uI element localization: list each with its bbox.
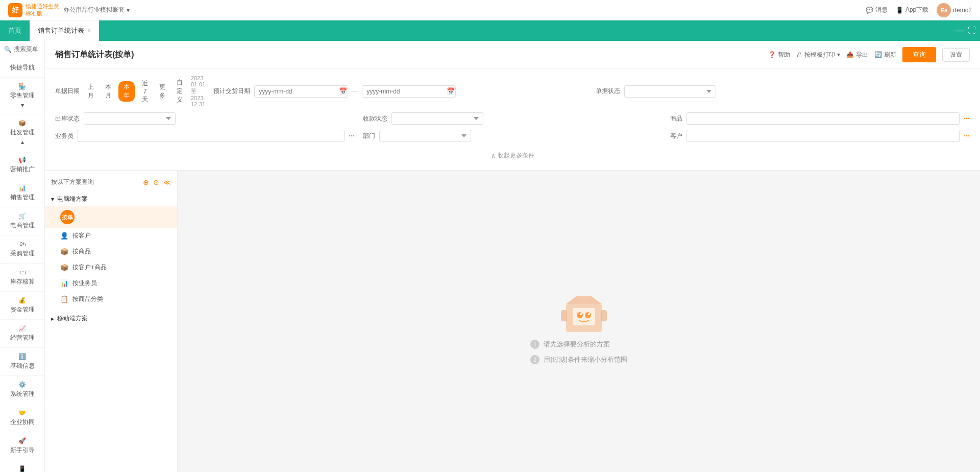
refresh-scheme-icon[interactable]: ⊙ xyxy=(153,178,159,186)
sidebar-item-operation[interactable]: 📈 经营管理 xyxy=(0,320,44,348)
sidebar-item-enterprise[interactable]: 🤝 企业协同 xyxy=(0,404,44,432)
order-status-select[interactable] xyxy=(624,85,716,98)
filter-item-receipt-status: 收款状态 xyxy=(363,112,663,125)
svg-point-4 xyxy=(580,313,582,315)
enterprise-icon: 🤝 xyxy=(18,409,26,416)
expected-date-end-input[interactable] xyxy=(362,85,456,98)
goods-input[interactable] xyxy=(687,112,960,125)
sidebar-search[interactable]: 🔍 搜索菜单 xyxy=(0,41,44,58)
this-month-btn[interactable]: 本月 xyxy=(101,81,115,102)
filter-item-date: 单据日期 上月 本月 本年 近7天 更多 自定义 2023-01-01 至 20… xyxy=(55,75,205,107)
last-month-btn[interactable]: 上月 xyxy=(84,81,98,102)
more-btn[interactable]: 更多 xyxy=(155,81,169,102)
tab-expand-icon[interactable]: ⛶ xyxy=(968,26,976,35)
sidebar-item-inventory[interactable]: 🗃 库存核算 xyxy=(0,264,44,292)
filter-row-1: 单据日期 上月 本月 本年 近7天 更多 自定义 2023-01-01 至 20… xyxy=(55,75,970,107)
scheme-item-bysalesperson[interactable]: 📊 按业务员 xyxy=(45,275,177,291)
breadcrumb-dropdown-icon[interactable]: ▾ xyxy=(127,7,130,14)
basic-icon: ℹ️ xyxy=(18,353,26,360)
top-bar-left: 好 畅捷通好生意 标准版 办公用品行业模拟账套 ▾ xyxy=(8,3,130,17)
print-button[interactable]: 🖨 按模板打印 ▾ xyxy=(796,51,840,59)
customer-input[interactable] xyxy=(687,130,960,142)
collapse-panel-icon[interactable]: ≪ xyxy=(163,178,171,186)
empty-tips: 1 请先选择要分析的方案 2 用[过滤]条件来缩小分析范围 xyxy=(530,340,627,364)
filter-item-department: 部门 xyxy=(363,130,663,142)
tab-minimize-icon[interactable]: — xyxy=(955,26,964,35)
left-panel-header: 按以下方案查询 ⊕ ⊙ ≪ xyxy=(45,175,177,190)
filter-item-order-status: 单据状态 xyxy=(596,85,970,98)
marketing-icon: 📢 xyxy=(18,156,26,163)
empty-tip-1: 1 请先选择要分析的方案 xyxy=(530,340,627,349)
right-content: 1 请先选择要分析的方案 2 用[过滤]条件来缩小分析范围 xyxy=(178,171,980,472)
filter-item-expected-date: 预计交货日期 📅 — 📅 xyxy=(213,85,587,98)
quick-label: 快捷导航 xyxy=(10,64,35,71)
wholesale-arrow: ▴ xyxy=(21,138,24,146)
sidebar-item-guide[interactable]: 🚀 新手引导 xyxy=(0,432,44,460)
last7-btn[interactable]: 近7天 xyxy=(138,78,152,105)
refresh-button[interactable]: 🔄 刷新 xyxy=(874,51,896,59)
avatar: Ea xyxy=(937,3,951,17)
department-select[interactable] xyxy=(379,130,471,142)
scheme-item-bycustomer[interactable]: 👤 按客户 xyxy=(45,228,177,244)
sidebar-quick-nav[interactable]: 快捷导航 xyxy=(0,58,44,78)
scheme-item-bycombined[interactable]: 📦 按客户+商品 xyxy=(45,259,177,275)
sidebar-item-purchase[interactable]: 🛍 采购管理 xyxy=(0,235,44,264)
tab-close-icon[interactable]: × xyxy=(87,27,91,34)
calendar-icon-2[interactable]: 📅 xyxy=(447,87,455,95)
custom-btn[interactable]: 自定义 xyxy=(173,77,187,106)
top-bar: 好 畅捷通好生意 标准版 办公用品行业模拟账套 ▾ 💬 消息 📱 App下载 E… xyxy=(0,0,980,20)
help-button[interactable]: ❓ 帮助 xyxy=(768,51,790,59)
scheme-item-bygoods[interactable]: 📦 按商品 xyxy=(45,244,177,259)
scheme-item-byorder[interactable]: 按单 xyxy=(45,206,177,228)
sidebar-item-retail[interactable]: 🏪 零售管理 ▾ xyxy=(0,78,44,114)
calendar-icon-1[interactable]: 📅 xyxy=(339,87,347,95)
sidebar-item-marketing[interactable]: 📢 营销推广 xyxy=(0,151,44,179)
refresh-icon: 🔄 xyxy=(874,51,882,58)
tab-sales-order[interactable]: 销售订单统计表 × xyxy=(30,20,99,41)
salesperson-input[interactable] xyxy=(78,130,345,142)
collapse-button[interactable]: ∧ 收起更多条件 xyxy=(55,147,970,164)
message-button[interactable]: 💬 消息 xyxy=(866,6,888,14)
tip-num-1: 1 xyxy=(530,340,540,349)
tip-text-2: 用[过滤]条件来缩小分析范围 xyxy=(544,355,627,364)
sidebar-item-appcenter[interactable]: 📱 应用中心 xyxy=(0,460,44,472)
sidebar-item-finance[interactable]: 💰 资金管理 xyxy=(0,292,44,320)
salesperson-more-icon[interactable]: ··· xyxy=(349,132,355,140)
query-button[interactable]: 查询 xyxy=(902,47,936,62)
scheme-group-mobile-arrow: ▸ xyxy=(51,315,54,322)
sidebar-item-basic[interactable]: ℹ️ 基础信息 xyxy=(0,348,44,376)
print-dropdown-icon: ▾ xyxy=(837,51,840,58)
settings-button[interactable]: 设置 xyxy=(942,48,970,62)
customer-more-icon[interactable]: ··· xyxy=(964,132,970,140)
date-range-text: 2023-01-01 至 2023-12-31 xyxy=(191,75,205,107)
content-area: 销售订单统计表(按单) ❓ 帮助 🖨 按模板打印 ▾ 📤 导出 🔄 刷新 xyxy=(45,41,980,472)
app-download-button[interactable]: 📱 App下载 xyxy=(896,6,928,14)
expected-date-start-input[interactable] xyxy=(254,85,348,98)
goods-label: 商品 xyxy=(670,114,682,123)
expected-date-label: 预计交货日期 xyxy=(213,87,250,96)
export-button[interactable]: 📤 导出 xyxy=(846,51,868,59)
download-icon: 📱 xyxy=(896,7,903,14)
customer-label: 客户 xyxy=(670,132,682,140)
logo-text: 畅捷通好生意 标准版 xyxy=(26,3,59,16)
sidebar-item-sales[interactable]: 📊 销售管理 xyxy=(0,179,44,207)
goods-more-icon[interactable]: ··· xyxy=(964,114,970,123)
sidebar-item-ecommerce[interactable]: 🛒 电商管理 xyxy=(0,207,44,235)
scheme-group-header-pc[interactable]: ▾ 电脑端方案 xyxy=(45,192,177,206)
ship-status-select[interactable] xyxy=(84,112,176,125)
bysalesperson-icon: 📊 xyxy=(60,279,68,288)
sidebar-item-wholesale[interactable]: 📦 批发管理 ▴ xyxy=(0,114,44,151)
sidebar-item-system[interactable]: ⚙️ 系统管理 xyxy=(0,376,44,404)
add-scheme-icon[interactable]: ⊕ xyxy=(143,178,149,186)
user-avatar-area[interactable]: Ea demo2 xyxy=(937,3,972,17)
breadcrumb-area: 办公用品行业模拟账套 ▾ xyxy=(63,6,130,14)
body-area: 按以下方案查询 ⊕ ⊙ ≪ ▾ 电脑端方案 按单 xyxy=(45,171,980,472)
scheme-item-bycategory[interactable]: 📋 按商品分类 xyxy=(45,291,177,307)
scheme-group-label-mobile: 移动端方案 xyxy=(57,314,88,323)
this-year-btn[interactable]: 本年 xyxy=(118,81,135,102)
operation-icon: 📈 xyxy=(18,325,26,332)
scheme-group-header-mobile[interactable]: ▸ 移动端方案 xyxy=(45,311,177,326)
tab-home[interactable]: 首页 xyxy=(0,20,30,41)
receipt-status-select[interactable] xyxy=(391,112,483,125)
tab-bar-actions: — ⛶ xyxy=(955,26,980,35)
